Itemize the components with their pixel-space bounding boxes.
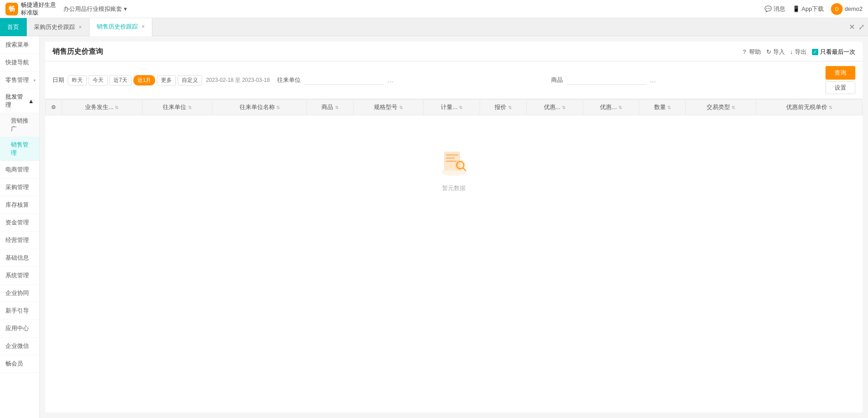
date-last1m-btn[interactable]: 近1月 [133, 75, 156, 86]
date-range-text: 2023-02-18 至 2023-03-18 [206, 76, 269, 84]
logo-text: 畅捷通好生意 标准版 [21, 1, 56, 17]
empty-text: 暂元数据 [442, 184, 466, 192]
logo-area: 畅 畅捷通好生意 标准版 [5, 1, 56, 17]
tab-sales[interactable]: 销售历史价跟踪 × [90, 18, 152, 36]
table-container: ⚙ 业务发生... ⇅ 往来单位 ⇅ 往来单位名称 [45, 99, 863, 413]
sort-icon: ⇅ [115, 105, 118, 110]
sort-icon: ⇅ [399, 105, 403, 110]
col-goods[interactable]: 商品 ⇅ [307, 100, 354, 115]
sidebar-item-operations[interactable]: 经营管理 [0, 232, 39, 249]
date-more-btn[interactable]: 更多 [157, 75, 176, 86]
tab-purchase-close[interactable]: × [79, 24, 82, 30]
sidebar: 搜索菜单 快捷导航 零售管理 ▾ 批发管理 ▲ 营销推广 销售管理 电商管理 采… [0, 36, 40, 418]
download-icon: 📱 [793, 5, 800, 12]
sidebar-item-sales-mgmt[interactable]: 销售管理 [0, 137, 39, 161]
message-btn[interactable]: 💬 消息 [764, 5, 785, 13]
counterpart-filter-group: 往来单位 ... [277, 76, 544, 85]
tab-home[interactable]: 首页 [0, 18, 27, 36]
avatar: D [831, 3, 843, 15]
date-buttons: 昨天 今天 近7天 近1月 更多 自定义 [68, 75, 202, 86]
sort-icon: ⇅ [618, 105, 622, 110]
date-yesterday-btn[interactable]: 昨天 [68, 75, 87, 86]
page-title-row: 销售历史价查询 ？ 帮助 ↻ 导入 ↓ 导出 [52, 47, 855, 57]
show-last-checkbox[interactable]: 只看最后一次 [812, 48, 855, 56]
data-table: ⚙ 业务发生... ⇅ 往来单位 ⇅ 往来单位名称 [45, 99, 863, 115]
col-quote[interactable]: 报价 ⇅ [480, 100, 527, 115]
col-spec[interactable]: 规格型号 ⇅ [353, 100, 424, 115]
svg-rect-2 [446, 154, 458, 156]
date-label: 日期 [52, 76, 64, 84]
col-biz-date[interactable]: 业务发生... ⇅ [62, 100, 142, 115]
col-no-tax-price[interactable]: 优惠前无税单价 ⇅ [756, 100, 862, 115]
sort-icon: ⇅ [667, 105, 671, 110]
sidebar-item-system[interactable]: 系统管理 [0, 267, 39, 285]
sidebar-item-search[interactable]: 搜索菜单 [0, 36, 39, 54]
user-area[interactable]: D demo2 [831, 3, 863, 15]
sort-icon: ⇅ [335, 105, 339, 110]
col-qty[interactable]: 数量 ⇅ [639, 100, 686, 115]
sort-icon: ⇅ [829, 105, 832, 110]
help-btn[interactable]: ？ 帮助 [741, 48, 761, 56]
import-icon: ↻ [766, 48, 771, 55]
maximize-btn[interactable]: ⤢ [859, 23, 864, 31]
goods-label: 商品 [551, 76, 563, 84]
date-custom-btn[interactable]: 自定义 [178, 75, 202, 86]
sidebar-item-cooperation[interactable]: 企业协同 [0, 285, 39, 302]
app-selector[interactable]: 办公用品行业模拟账套 ▾ [60, 5, 131, 13]
table-header: ⚙ 业务发生... ⇅ 往来单位 ⇅ 往来单位名称 [46, 100, 863, 115]
counterpart-input[interactable] [304, 76, 384, 85]
empty-state: 暂元数据 [45, 115, 863, 219]
export-icon: ↓ [790, 48, 793, 55]
sidebar-item-wholesale[interactable]: 批发管理 ▲ [0, 89, 39, 113]
filter-row: 日期 昨天 今天 近7天 近1月 更多 自定义 2023-02-18 至 202… [45, 62, 863, 99]
sidebar-item-wechat[interactable]: 企业微信 [0, 337, 39, 355]
col-unit[interactable]: 计量... ⇅ [424, 100, 480, 115]
sidebar-item-purchase[interactable]: 采购管理 [0, 179, 39, 196]
sidebar-item-shortcuts[interactable]: 快捷导航 [0, 54, 39, 71]
tab-purchase[interactable]: 采购历史价跟踪 × [27, 18, 90, 36]
sidebar-item-finance[interactable]: 资金管理 [0, 214, 39, 232]
sort-icon: ⇅ [508, 105, 512, 110]
col-discount2[interactable]: 优惠... ⇅ [583, 100, 639, 115]
help-icon: ？ [741, 48, 747, 56]
page-header: 销售历史价查询 ？ 帮助 ↻ 导入 ↓ 导出 [45, 42, 863, 62]
sidebar-item-retail[interactable]: 零售管理 ▾ [0, 71, 39, 89]
settings-button[interactable]: 设置 [826, 81, 855, 94]
chevron-down-icon: ▾ [124, 5, 127, 12]
sidebar-item-ecommerce[interactable]: 电商管理 [0, 161, 39, 179]
page-panel: 销售历史价查询 ？ 帮助 ↻ 导入 ↓ 导出 [45, 42, 863, 413]
goods-more-icon[interactable]: ... [650, 76, 656, 84]
tab-sales-close[interactable]: × [142, 24, 145, 30]
message-icon: 💬 [764, 5, 772, 12]
sidebar-item-app-center[interactable]: 应用中心 [0, 320, 39, 337]
sidebar-item-marketing[interactable]: 营销推广 [0, 113, 39, 137]
content-area: 销售历史价查询 ？ 帮助 ↻ 导入 ↓ 导出 [40, 36, 868, 418]
tabbar: 首页 采购历史价跟踪 × 销售历史价跟踪 × ✕ ⤢ [0, 18, 868, 36]
col-trade-type[interactable]: 交易类型 ⇅ [686, 100, 756, 115]
col-counterpart[interactable]: 往来单位 ⇅ [142, 100, 212, 115]
tabbar-actions: ✕ ⤢ [849, 23, 868, 31]
import-btn[interactable]: ↻ 导入 [766, 48, 785, 56]
goods-filter-group: 商品 ... [551, 76, 818, 85]
topbar-right: 💬 消息 📱 App下载 D demo2 [764, 3, 863, 15]
sort-icon: ⇅ [562, 105, 566, 110]
export-btn[interactable]: ↓ 导出 [790, 48, 807, 56]
date-today-btn[interactable]: 今天 [89, 75, 108, 86]
empty-illustration [436, 142, 472, 179]
col-discount1[interactable]: 优惠... ⇅ [526, 100, 583, 115]
sort-icon: ⇅ [276, 105, 280, 110]
counterpart-more-icon[interactable]: ... [387, 76, 393, 84]
close-all-tabs-btn[interactable]: ✕ [849, 23, 855, 31]
date-filter-group: 日期 昨天 今天 近7天 近1月 更多 自定义 2023-02-18 至 202… [52, 75, 270, 86]
col-counterpart-name[interactable]: 往来单位名称 ⇅ [212, 100, 307, 115]
sidebar-item-guide[interactable]: 新手引导 [0, 302, 39, 320]
sidebar-item-inventory[interactable]: 库存核算 [0, 196, 39, 214]
sidebar-item-basic-info[interactable]: 基础信息 [0, 249, 39, 267]
date-last7-btn[interactable]: 近7天 [109, 75, 132, 86]
sidebar-item-member[interactable]: 畅会员 [0, 355, 39, 373]
query-button[interactable]: 查询 [826, 66, 855, 80]
chevron-up-icon: ▲ [28, 98, 34, 104]
app-download-btn[interactable]: 📱 App下载 [793, 5, 824, 13]
col-gear[interactable]: ⚙ [46, 100, 62, 115]
goods-input[interactable] [566, 76, 646, 85]
